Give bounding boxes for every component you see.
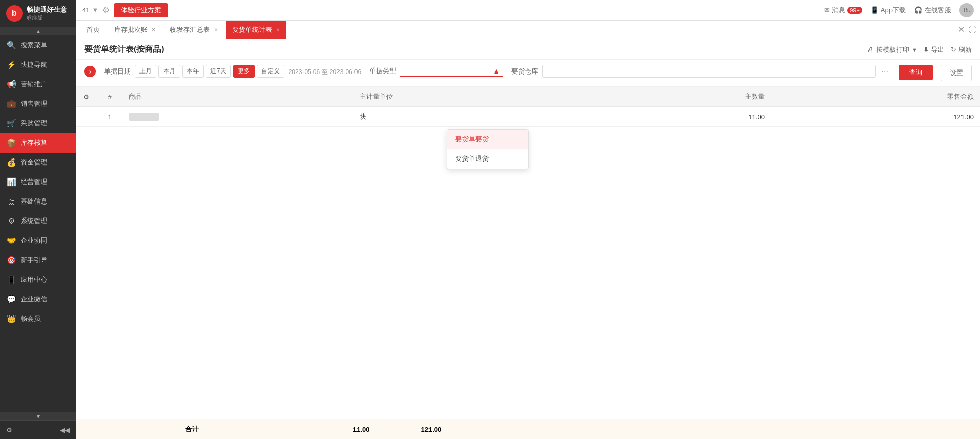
tab-recv-summary-close[interactable]: × xyxy=(214,26,218,33)
sidebar-item-vip[interactable]: 👑 畅会员 xyxy=(0,309,76,328)
export-btn[interactable]: ⬇ 导出 xyxy=(923,45,945,54)
print-btn[interactable]: 🖨 按模板打印 ▼ xyxy=(867,45,917,54)
col-num: # xyxy=(97,87,122,107)
message-btn[interactable]: ✉ 消息 99+ xyxy=(824,6,862,15)
wechat-icon: 💬 xyxy=(6,295,16,304)
date-btn-last-month[interactable]: 上月 xyxy=(135,65,156,78)
sidebar-item-finance[interactable]: 💰 资金管理 xyxy=(0,153,76,172)
user-avatar[interactable]: Rit xyxy=(959,3,974,17)
sidebar-item-label: 企业协同 xyxy=(21,236,47,245)
footer-total-amt: 121.00 xyxy=(421,426,442,433)
row-amount: 121.00 xyxy=(771,107,980,127)
sidebar-item-inventory[interactable]: 📦 库存核算 xyxy=(0,133,76,153)
row-settings xyxy=(76,107,97,127)
sidebar-item-label: 企业微信 xyxy=(21,295,47,304)
sidebar-item-label: 经营管理 xyxy=(21,177,47,187)
date-shortcuts: 上月 本月 本年 近7天 更多 自定义 xyxy=(135,65,284,78)
sidebar-item-purchase[interactable]: 🛒 采购管理 xyxy=(0,114,76,133)
filter-settings-btn[interactable]: 设置 xyxy=(941,65,972,81)
finance-icon: 💰 xyxy=(6,158,16,167)
tab-inventory-batch[interactable]: 库存批次账 × xyxy=(108,21,162,39)
base-info-icon: 🗂 xyxy=(6,197,16,206)
sidebar-item-guide[interactable]: 🎯 新手引导 xyxy=(0,250,76,270)
sidebar-item-quick-nav[interactable]: ⚡ 快捷导航 xyxy=(0,55,76,75)
trial-btn[interactable]: 体验行业方案 xyxy=(114,3,168,17)
sidebar-bottom: ⚙ ◀◀ xyxy=(0,420,76,439)
settings-col-icon[interactable]: ⚙ xyxy=(83,93,90,101)
sidebar-item-wechat[interactable]: 💬 企业微信 xyxy=(0,289,76,309)
sidebar-scroll-down[interactable]: ▼ xyxy=(0,412,76,420)
sidebar-settings-icon[interactable]: ⚙ xyxy=(6,426,12,434)
dropdown-item-order-goods[interactable]: 要货单要货 xyxy=(447,130,528,149)
filter-more-icon[interactable]: ··· xyxy=(880,67,890,76)
filter-expand-btn[interactable]: › xyxy=(84,66,96,77)
app-title: 畅捷通好生意 xyxy=(27,6,67,14)
warehouse-input[interactable] xyxy=(542,65,876,78)
row-product xyxy=(122,107,353,127)
store-dropdown-icon: ▼ xyxy=(92,6,98,14)
refresh-icon: ↻ xyxy=(951,46,956,53)
app-download-btn[interactable]: 📱 App下载 xyxy=(870,6,906,15)
query-btn[interactable]: 查询 xyxy=(899,65,933,80)
online-service-btn[interactable]: 🎧 在线客服 xyxy=(914,6,951,15)
col-qty: 主数量 xyxy=(598,87,771,107)
topbar-left: 41 ▼ ⚙ 体验行业方案 xyxy=(82,3,819,17)
tab-order-stats[interactable]: 要货单统计表 × xyxy=(226,21,286,39)
date-btn-7days[interactable]: 近7天 xyxy=(206,65,231,78)
table-footer: 合计 11.00 121.00 xyxy=(76,419,980,439)
settings-gear-icon[interactable]: ⚙ xyxy=(102,5,110,15)
sidebar-item-marketing[interactable]: 📢 营销推广 xyxy=(0,75,76,94)
tab-inventory-batch-close[interactable]: × xyxy=(152,26,155,33)
search-icon: 🔍 xyxy=(6,41,16,50)
tab-maximize-icon[interactable]: ⛶ xyxy=(969,26,976,34)
export-icon: ⬇ xyxy=(923,46,929,53)
warehouse-filter-group: 要货仓库 ··· xyxy=(511,65,890,78)
store-selector[interactable]: 41 ▼ xyxy=(82,6,98,14)
refresh-btn[interactable]: ↻ 刷新 xyxy=(951,45,972,54)
type-filter-label: 单据类型 xyxy=(369,66,396,76)
sidebar-item-enterprise[interactable]: 🤝 企业协同 xyxy=(0,231,76,250)
tab-close-all-icon[interactable]: ✕ xyxy=(958,25,965,34)
message-icon: ✉ xyxy=(824,6,830,14)
sidebar-item-label: 畅会员 xyxy=(21,314,41,323)
sidebar-logo: b 畅捷通好生意 标准版 xyxy=(0,0,76,27)
print-dropdown-icon: ▼ xyxy=(912,47,917,53)
date-btn-custom[interactable]: 自定义 xyxy=(257,65,284,78)
vip-icon: 👑 xyxy=(6,314,16,323)
tab-inventory-batch-label: 库存批次账 xyxy=(114,25,148,34)
sidebar-item-operation[interactable]: 📊 经营管理 xyxy=(0,172,76,192)
tab-recv-summary[interactable]: 收发存汇总表 × xyxy=(164,21,224,39)
date-btn-this-year[interactable]: 本年 xyxy=(182,65,204,78)
sidebar-item-system[interactable]: ⚙ 系统管理 xyxy=(0,211,76,231)
sidebar-collapse-icon[interactable]: ◀◀ xyxy=(60,426,70,434)
page-header: 要货单统计表(按商品) 🖨 按模板打印 ▼ ⬇ 导出 ↻ 刷新 xyxy=(76,39,980,60)
sidebar-item-sales[interactable]: 💼 销售管理 xyxy=(0,94,76,114)
sidebar-item-label: 新手引导 xyxy=(21,255,47,265)
page-actions: 🖨 按模板打印 ▼ ⬇ 导出 ↻ 刷新 xyxy=(867,45,972,54)
col-unit: 主计量单位 xyxy=(353,87,598,107)
footer-label: 合计 xyxy=(185,425,199,434)
type-filter-group: 单据类型 ▲ xyxy=(369,65,503,77)
sidebar-item-app-center[interactable]: 📱 应用中心 xyxy=(0,270,76,289)
store-name: 41 xyxy=(82,6,90,14)
topbar-right: ✉ 消息 99+ 📱 App下载 🎧 在线客服 Rit xyxy=(824,3,974,17)
tab-order-stats-close[interactable]: × xyxy=(276,26,280,33)
tab-home[interactable]: 首页 xyxy=(80,21,106,39)
date-btn-this-month[interactable]: 本月 xyxy=(158,65,180,78)
type-select-input[interactable] xyxy=(400,65,503,77)
warehouse-filter-label: 要货仓库 xyxy=(511,67,538,76)
sidebar-item-search[interactable]: 🔍 搜索菜单 xyxy=(0,35,76,55)
dropdown-item-order-return[interactable]: 要货单退货 xyxy=(447,149,528,169)
sidebar-scroll-up[interactable]: ▲ xyxy=(0,27,76,35)
type-dropdown-menu: 要货单要货 要货单退货 xyxy=(447,129,529,169)
sidebar-item-base-info[interactable]: 🗂 基础信息 xyxy=(0,192,76,211)
type-select-arrow[interactable]: ▲ xyxy=(493,67,500,75)
online-service-label: 在线客服 xyxy=(924,6,951,15)
date-btn-more[interactable]: 更多 xyxy=(233,65,255,78)
enterprise-icon: 🤝 xyxy=(6,236,16,245)
sidebar-item-label: 搜索菜单 xyxy=(21,41,47,50)
content-area: 要货单统计表(按商品) 🖨 按模板打印 ▼ ⬇ 导出 ↻ 刷新 › xyxy=(76,39,980,439)
date-filter-group: 单据日期 上月 本月 本年 近7天 更多 自定义 2023-05-06 至 20… xyxy=(104,65,361,78)
col-settings: ⚙ xyxy=(76,87,97,107)
operation-icon: 📊 xyxy=(6,177,16,187)
